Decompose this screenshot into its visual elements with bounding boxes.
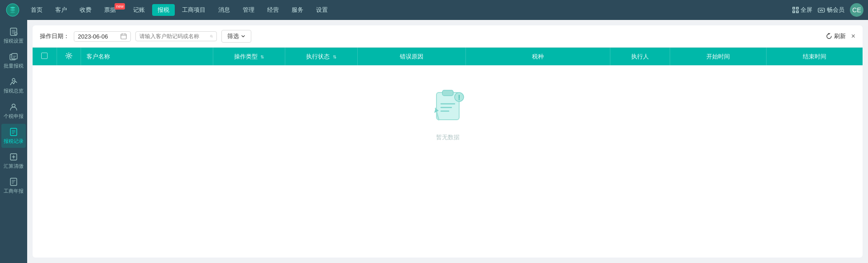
svg-rect-1 [793,7,795,9]
nav-invoice[interactable]: 票据 new [99,4,126,16]
sidebar-item-batch-tax[interactable]: 批量报税 [1,49,26,73]
sidebar-label-personal-tax: 个税申报 [4,113,24,119]
nav-tax[interactable]: 报税 [152,4,175,16]
table-header-row: 客户名称 操作类型 ⇅ 执行状态 ⇅ 错误原因 税种 执行人 [33,48,863,65]
fullscreen-btn[interactable]: 全屏 [792,6,812,14]
search-icon [210,33,213,39]
sidebar-item-personal-tax[interactable]: 个税申报 [1,99,26,123]
avatar[interactable]: CE [850,3,863,17]
sidebar: 报税设置 批量报税 报税总览 个税申报 [0,20,27,263]
sidebar-item-settlement[interactable]: 汇算清缴 [1,149,26,173]
svg-rect-2 [796,7,798,9]
th-gear[interactable] [57,48,81,65]
fullscreen-label: 全屏 [801,6,812,14]
svg-rect-3 [793,11,795,13]
nav-manage[interactable]: 管理 [237,4,260,16]
svg-point-25 [458,99,459,100]
sidebar-label-annual-report: 工商年报 [4,188,24,194]
new-badge: new [115,3,125,10]
sidebar-label-tax-settings: 报税设置 [4,38,24,44]
nav-customer[interactable]: 客户 [50,4,72,16]
vip-label: 畅会员 [827,6,844,14]
app-logo[interactable] [5,2,21,18]
th-end-time: 结束时间 [766,48,863,65]
nav-operation[interactable]: 经营 [262,4,284,16]
nav-accounts[interactable]: 记账 [128,4,150,16]
search-input[interactable] [139,33,207,39]
th-client-name: 客户名称 [81,48,213,65]
top-nav-right: 全屏 畅会员 CE [792,3,863,17]
sidebar-label-tax-overview: 报税总览 [4,88,24,94]
sidebar-label-batch-tax: 批量报税 [4,63,24,69]
date-picker[interactable] [74,31,131,42]
sidebar-item-tax-settings[interactable]: 报税设置 [1,24,26,48]
svg-point-16 [211,35,212,37]
toolbar-right: 刷新 × [826,32,855,40]
empty-illustration [425,83,470,129]
svg-rect-15 [121,34,126,39]
chevron-down-icon [241,34,245,39]
th-executor: 执行人 [610,48,670,65]
toolbar: 操作日期： 筛选 [33,25,863,48]
svg-point-10 [12,78,15,81]
th-tax-type: 税种 [465,48,610,65]
svg-point-17 [67,55,70,57]
th-start-time: 开始时间 [670,48,767,65]
svg-rect-19 [442,90,453,96]
filter-label: 筛选 [227,32,239,40]
refresh-button[interactable]: 刷新 [826,32,846,40]
th-exec-status[interactable]: 执行状态 ⇅ [285,48,357,65]
search-box[interactable] [135,31,217,41]
calendar-icon [120,33,127,39]
nav-message[interactable]: 消息 [213,4,235,16]
filter-button[interactable]: 筛选 [221,30,251,43]
empty-state: 暂无数据 [33,65,863,160]
sort-icon-status: ⇅ [333,54,336,59]
nav-home[interactable]: 首页 [25,4,48,16]
nav-fee[interactable]: 收费 [74,4,97,16]
table-wrapper: 客户名称 操作类型 ⇅ 执行状态 ⇅ 错误原因 税种 执行人 [33,48,863,258]
th-checkbox[interactable] [33,48,57,65]
gear-icon [65,52,72,59]
refresh-icon [826,33,832,39]
th-op-type[interactable]: 操作类型 ⇅ [213,48,285,65]
content-panel: 操作日期： 筛选 [33,25,863,258]
top-nav-items: 首页 客户 收费 票据 new 记账 报税 工商项目 消息 管理 经营 服务 设… [25,4,792,16]
sidebar-item-annual-report[interactable]: 工商年报 [1,174,26,198]
sidebar-label-settlement: 汇算清缴 [4,163,24,169]
top-nav: 首页 客户 收费 票据 new 记账 报税 工商项目 消息 管理 经营 服务 设… [0,0,868,20]
svg-rect-5 [818,8,825,12]
svg-point-7 [14,32,17,35]
nav-service[interactable]: 服务 [286,4,309,16]
svg-rect-4 [796,11,798,13]
refresh-label: 刷新 [834,32,846,40]
content-area: 操作日期： 筛选 [27,20,868,263]
sort-icon-optype: ⇅ [260,54,264,59]
date-input[interactable] [78,33,118,40]
sidebar-label-tax-records: 报税记录 [4,138,24,144]
th-error-reason: 错误原因 [357,48,465,65]
empty-text: 暂无数据 [436,133,460,141]
sidebar-item-tax-overview[interactable]: 报税总览 [1,73,26,97]
date-label: 操作日期： [40,32,69,40]
main-layout: 报税设置 批量报税 报税总览 个税申报 [0,20,868,263]
select-all-checkbox[interactable] [41,53,48,59]
vip-btn[interactable]: 畅会员 [818,6,844,14]
nav-settings[interactable]: 设置 [311,4,333,16]
nav-business[interactable]: 工商项目 [177,4,211,16]
close-button[interactable]: × [851,32,855,40]
records-table: 客户名称 操作类型 ⇅ 执行状态 ⇅ 错误原因 税种 执行人 [33,48,863,65]
sidebar-item-tax-records[interactable]: 报税记录 [1,124,26,148]
